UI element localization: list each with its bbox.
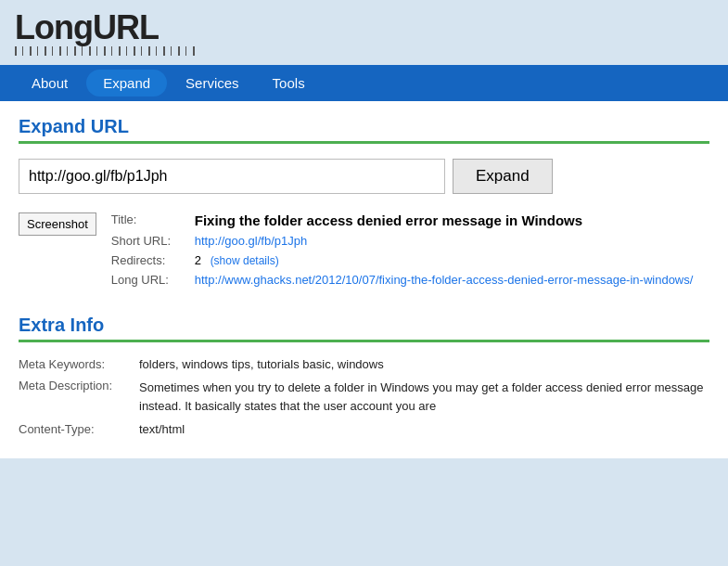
content-type-label: Content-Type:: [19, 422, 139, 436]
nav-item-tools[interactable]: Tools: [256, 65, 322, 101]
content-type-row: Content-Type: text/html: [19, 422, 709, 436]
logo-text: LongURL: [15, 11, 713, 45]
url-row: Expand: [19, 159, 709, 194]
extra-table: Meta Keywords: folders, windows tips, tu…: [19, 357, 709, 436]
extra-info-section: Extra Info Meta Keywords: folders, windo…: [19, 315, 709, 436]
header: LongURL: [0, 0, 728, 65]
short-url-label: Short URL:: [111, 234, 195, 248]
extra-info-heading: Extra Info: [19, 315, 709, 336]
long-url-row: Long URL: http://www.ghacks.net/2012/10/…: [111, 273, 709, 287]
meta-keywords-row: Meta Keywords: folders, windows tips, tu…: [19, 357, 709, 371]
expand-button[interactable]: Expand: [453, 159, 553, 194]
short-url-row: Short URL: http://goo.gl/fb/p1Jph: [111, 234, 709, 248]
title-value: Fixing the folder access denied error me…: [195, 212, 709, 228]
meta-keywords-label: Meta Keywords:: [19, 357, 139, 371]
expand-heading: Expand URL: [19, 116, 709, 137]
expand-section: Expand URL Expand: [19, 116, 709, 194]
show-details-link[interactable]: (show details): [211, 254, 279, 267]
result-section: Screenshot Title: Fixing the folder acce…: [19, 212, 709, 292]
content-type-value: text/html: [139, 422, 709, 436]
long-url-link[interactable]: http://www.ghacks.net/2012/10/07/fixing-…: [195, 273, 694, 287]
extra-info-divider: [19, 340, 709, 342]
short-url-link[interactable]: http://goo.gl/fb/p1Jph: [195, 234, 307, 248]
screenshot-button[interactable]: Screenshot: [19, 212, 96, 236]
long-url-label: Long URL:: [111, 273, 195, 287]
logo-ruler: [15, 46, 200, 56]
meta-keywords-value: folders, windows tips, tutorials basic, …: [139, 357, 709, 371]
meta-description-row: Meta Description: Sometimes when you try…: [19, 379, 709, 415]
nav-item-expand[interactable]: Expand: [86, 70, 167, 96]
url-input[interactable]: [19, 159, 445, 194]
short-url-value: http://goo.gl/fb/p1Jph: [195, 234, 709, 248]
nav-item-about[interactable]: About: [15, 65, 84, 101]
navbar: About Expand Services Tools: [0, 65, 728, 101]
result-details: Title: Fixing the folder access denied e…: [111, 212, 709, 292]
nav-item-services[interactable]: Services: [169, 65, 256, 101]
meta-description-value: Sometimes when you try to delete a folde…: [139, 379, 709, 415]
title-row: Title: Fixing the folder access denied e…: [111, 212, 709, 228]
redirects-value: 2 (show details): [195, 253, 709, 267]
title-label: Title:: [111, 212, 195, 226]
green-divider: [19, 141, 709, 144]
redirects-count: 2: [195, 253, 201, 267]
redirects-row: Redirects: 2 (show details): [111, 253, 709, 267]
main-content: Expand URL Expand Screenshot Title: Fixi…: [0, 101, 728, 458]
meta-description-label: Meta Description:: [19, 379, 139, 392]
long-url-value: http://www.ghacks.net/2012/10/07/fixing-…: [195, 273, 709, 287]
redirects-label: Redirects:: [111, 253, 195, 267]
